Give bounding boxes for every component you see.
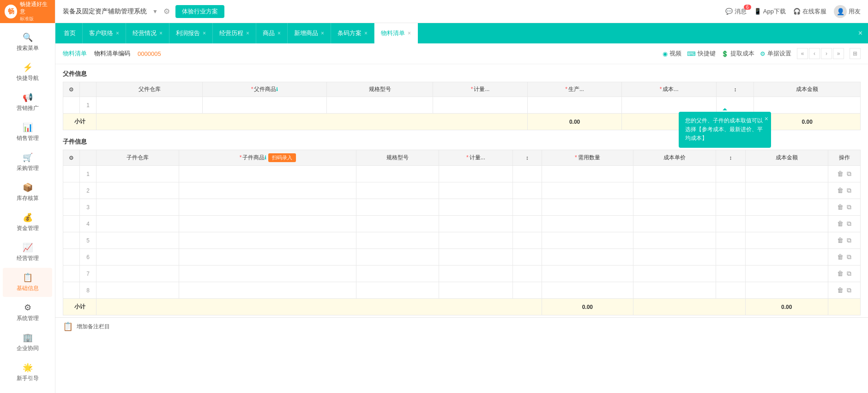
child-row-unit[interactable] bbox=[439, 266, 512, 282]
sidebar-item-finance[interactable]: 💰 资金管理 bbox=[3, 208, 52, 237]
child-row-quantity[interactable] bbox=[542, 282, 633, 299]
tab-home[interactable]: 首页 bbox=[57, 23, 83, 43]
sidebar-item-quicknav[interactable]: ⚡ 快捷导航 bbox=[3, 58, 52, 87]
copy-icon[interactable]: ⧉ bbox=[847, 270, 851, 277]
app-download-action[interactable]: 📱 App下载 bbox=[754, 7, 786, 16]
child-row-unit-cost[interactable] bbox=[633, 266, 716, 282]
tab-bom-close[interactable]: × bbox=[408, 30, 411, 36]
tab-goods-close[interactable]: × bbox=[277, 30, 281, 36]
sidebar-item-sales[interactable]: 📊 销售管理 bbox=[3, 118, 52, 147]
sidebar-item-enterprise[interactable]: 🏢 企业协同 bbox=[3, 328, 52, 357]
child-row-goods[interactable] bbox=[179, 282, 356, 299]
parent-row-warehouse[interactable] bbox=[96, 97, 203, 114]
child-row-unit-cost[interactable] bbox=[633, 232, 716, 249]
child-row-goods[interactable] bbox=[179, 182, 356, 199]
tooltip-close[interactable]: × bbox=[765, 114, 768, 124]
online-service-action[interactable]: 🎧 在线客服 bbox=[793, 7, 826, 16]
copy-icon[interactable]: ⧉ bbox=[847, 236, 851, 244]
child-row-unit-cost[interactable] bbox=[633, 166, 716, 182]
sidebar-item-operations[interactable]: 📈 经营管理 bbox=[3, 238, 52, 267]
nav-last-button[interactable]: » bbox=[833, 48, 844, 59]
child-row-quantity[interactable] bbox=[542, 166, 633, 182]
gear-icon[interactable]: ⚙ bbox=[163, 7, 170, 16]
sidebar-item-system[interactable]: ⚙ 系统管理 bbox=[3, 298, 52, 327]
cost-action[interactable]: 💲 提取成本 bbox=[721, 49, 754, 58]
child-row-quantity[interactable] bbox=[542, 216, 633, 232]
child-row-goods[interactable] bbox=[179, 249, 356, 266]
sidebar-item-search[interactable]: 🔍 搜索菜单 bbox=[3, 28, 52, 57]
delete-icon[interactable]: 🗑 bbox=[837, 187, 844, 194]
settings-action[interactable]: ⚙ 单据设置 bbox=[760, 49, 791, 58]
child-row-warehouse[interactable] bbox=[96, 282, 179, 299]
child-row-warehouse[interactable] bbox=[96, 249, 179, 266]
sidebar-item-guide[interactable]: 🌟 新手引导 bbox=[3, 358, 52, 387]
child-row-spec[interactable] bbox=[356, 232, 439, 249]
child-row-unit-cost[interactable] bbox=[633, 282, 716, 299]
child-row-spec[interactable] bbox=[356, 216, 439, 232]
tab-add-goods-close[interactable]: × bbox=[321, 30, 324, 36]
child-row-goods[interactable] bbox=[179, 266, 356, 282]
child-row-quantity[interactable] bbox=[542, 266, 633, 282]
child-row-goods[interactable] bbox=[179, 199, 356, 216]
delete-icon[interactable]: 🗑 bbox=[837, 203, 844, 211]
child-row-warehouse[interactable] bbox=[96, 232, 179, 249]
child-row-unit-cost[interactable] bbox=[633, 216, 716, 232]
view-action[interactable]: ◉ 视频 bbox=[663, 49, 681, 58]
child-row-spec[interactable] bbox=[356, 249, 439, 266]
system-dropdown-icon[interactable]: ▼ bbox=[152, 8, 158, 15]
child-row-spec[interactable] bbox=[356, 282, 439, 299]
breadcrumb-bom[interactable]: 物料清单 bbox=[63, 49, 87, 58]
parent-row-spec[interactable] bbox=[326, 97, 433, 114]
child-row-unit[interactable] bbox=[439, 199, 512, 216]
tab-customer[interactable]: 客户联络 × bbox=[83, 23, 126, 43]
child-row-warehouse[interactable] bbox=[96, 182, 179, 199]
child-row-unit-cost[interactable] bbox=[633, 249, 716, 266]
delete-icon[interactable]: 🗑 bbox=[837, 170, 844, 177]
nav-prev-button[interactable]: ‹ bbox=[809, 48, 820, 59]
child-row-unit[interactable] bbox=[439, 182, 512, 199]
nav-first-button[interactable]: « bbox=[797, 48, 808, 59]
user-action[interactable]: 👤 用友 bbox=[834, 5, 861, 18]
add-note-label[interactable]: 增加备注栏目 bbox=[77, 323, 110, 331]
child-row-spec[interactable] bbox=[356, 182, 439, 199]
tab-add-goods[interactable]: 新增商品 × bbox=[288, 23, 331, 43]
child-row-goods[interactable] bbox=[179, 216, 356, 232]
sidebar-item-basic[interactable]: 📋 基础信息 bbox=[3, 268, 52, 297]
parent-row-unit[interactable] bbox=[433, 97, 528, 114]
sidebar-item-purchase[interactable]: 🛒 采购管理 bbox=[3, 148, 52, 177]
child-row-unit-cost[interactable] bbox=[633, 182, 716, 199]
tab-profit[interactable]: 利润报告 × bbox=[169, 23, 213, 43]
delete-icon[interactable]: 🗑 bbox=[837, 236, 844, 244]
tab-operation-close[interactable]: × bbox=[159, 30, 163, 36]
child-row-spec[interactable] bbox=[356, 166, 439, 182]
child-row-goods[interactable] bbox=[179, 166, 356, 182]
child-row-warehouse[interactable] bbox=[96, 216, 179, 232]
child-row-unit[interactable] bbox=[439, 282, 512, 299]
child-row-warehouse[interactable] bbox=[96, 199, 179, 216]
child-row-warehouse[interactable] bbox=[96, 266, 179, 282]
child-row-unit-cost[interactable] bbox=[633, 199, 716, 216]
delete-icon[interactable]: 🗑 bbox=[837, 253, 844, 260]
child-row-warehouse[interactable] bbox=[96, 166, 179, 182]
tab-barcode[interactable]: 条码方案 × bbox=[331, 23, 374, 43]
tab-profit-close[interactable]: × bbox=[203, 30, 206, 36]
copy-icon[interactable]: ⧉ bbox=[847, 187, 851, 194]
parent-row-production[interactable] bbox=[527, 97, 622, 114]
shortcut-action[interactable]: ⌨ 快捷键 bbox=[687, 49, 716, 58]
copy-icon[interactable]: ⧉ bbox=[847, 253, 851, 260]
parent-row-goods[interactable] bbox=[203, 97, 326, 114]
parent-row-cost[interactable] bbox=[622, 97, 717, 114]
child-row-unit[interactable] bbox=[439, 216, 512, 232]
child-row-unit[interactable] bbox=[439, 249, 512, 266]
message-action[interactable]: 💬 消息 6 bbox=[725, 7, 747, 16]
grid-view-button[interactable]: ⊞ bbox=[850, 48, 861, 59]
child-row-spec[interactable] bbox=[356, 266, 439, 282]
child-row-quantity[interactable] bbox=[542, 232, 633, 249]
child-row-quantity[interactable] bbox=[542, 199, 633, 216]
tab-history[interactable]: 经营历程 × bbox=[213, 23, 256, 43]
trial-button[interactable]: 体验行业方案 bbox=[175, 5, 224, 18]
tab-bom[interactable]: 物料清单 × bbox=[374, 23, 418, 43]
delete-icon[interactable]: 🗑 bbox=[837, 270, 844, 277]
sidebar-item-marketing[interactable]: 📢 营销推广 bbox=[3, 88, 52, 117]
main-close-button[interactable]: × bbox=[855, 29, 866, 37]
